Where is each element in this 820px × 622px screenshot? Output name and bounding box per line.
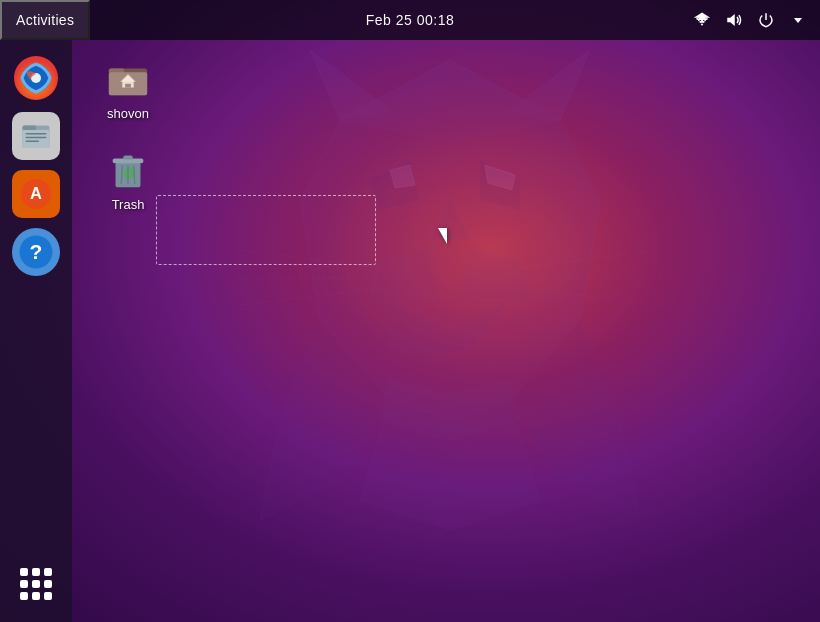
svg-rect-30 xyxy=(23,126,37,131)
svg-rect-32 xyxy=(26,133,47,135)
show-applications-button[interactable] xyxy=(10,558,62,610)
trash-icon: ♻ xyxy=(104,145,152,193)
home-folder-icon xyxy=(104,54,152,102)
power-icon[interactable] xyxy=(752,6,780,34)
svg-rect-33 xyxy=(26,137,47,139)
svg-text:?: ? xyxy=(30,240,43,263)
wallpaper-cat xyxy=(80,0,820,580)
dock-item-software-center[interactable]: A xyxy=(10,168,62,220)
svg-line-49 xyxy=(121,165,122,184)
sound-icon[interactable] xyxy=(720,6,748,34)
svg-rect-31 xyxy=(23,130,50,148)
svg-text:A: A xyxy=(30,184,42,202)
dock-item-files[interactable] xyxy=(10,110,62,162)
network-icon[interactable] xyxy=(688,6,716,34)
system-tray xyxy=(688,0,820,40)
mouse-cursor xyxy=(438,228,447,244)
desktop-icon-home[interactable]: shovon xyxy=(88,50,168,125)
dock-item-firefox[interactable] xyxy=(10,52,62,104)
desktop-icon-trash[interactable]: ♻ Trash xyxy=(88,141,168,216)
desktop-icons-area: shovon ♻ Trash xyxy=(88,50,168,216)
activities-button[interactable]: Activities xyxy=(0,0,90,40)
dock-item-help[interactable]: ? xyxy=(10,226,62,278)
trash-label: Trash xyxy=(112,197,145,212)
svg-line-51 xyxy=(134,165,135,184)
svg-rect-44 xyxy=(125,84,131,88)
tray-dropdown-icon[interactable] xyxy=(784,6,812,34)
desktop: Activities Feb 25 00:18 xyxy=(0,0,820,622)
svg-point-23 xyxy=(701,24,703,26)
dock: A ? xyxy=(0,40,72,622)
svg-marker-24 xyxy=(727,14,735,26)
clock-display: Feb 25 00:18 xyxy=(366,12,455,28)
topbar: Activities Feb 25 00:18 xyxy=(0,0,820,40)
svg-rect-47 xyxy=(123,156,133,160)
app-grid-icon xyxy=(20,568,52,600)
svg-rect-34 xyxy=(26,141,40,143)
home-folder-label: shovon xyxy=(107,106,149,121)
svg-marker-25 xyxy=(794,18,802,23)
